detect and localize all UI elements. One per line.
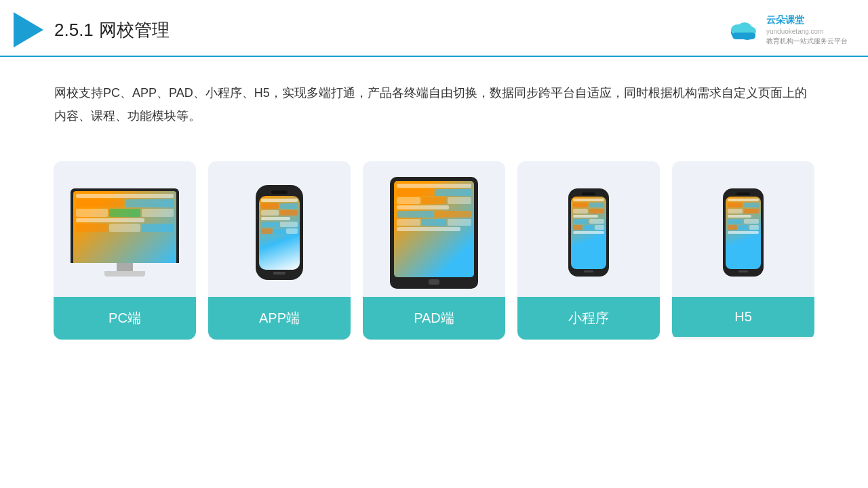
phone-mockup-h5 [723, 188, 764, 277]
card-pc-image [54, 161, 196, 297]
header-left: 2.5.1 网校管理 [14, 12, 170, 47]
card-h5-label: H5 [672, 297, 814, 337]
phone-mockup-miniprogram [568, 188, 609, 277]
cards-section: PC端 [0, 141, 868, 340]
pc-mockup [71, 188, 179, 277]
play-icon [14, 12, 43, 47]
card-pad-image [363, 161, 505, 297]
logo-tagline: 教育机构一站式服务云平台 [766, 37, 848, 46]
card-app: APP端 [208, 161, 351, 340]
card-h5: H5 [672, 161, 814, 340]
card-app-image [208, 161, 351, 297]
header: 2.5.1 网校管理 云朵课堂 yunduoketang.com 教育机构一站式… [0, 0, 868, 57]
card-app-label: APP端 [208, 297, 351, 340]
card-miniprogram: 小程序 [517, 161, 660, 340]
description-text: 网校支持PC、APP、PAD、小程序、H5，实现多端打通，产品各终端自由切换，数… [0, 57, 868, 141]
card-pad: PAD端 [363, 161, 505, 340]
logo-main-text: 云朵课堂 [766, 14, 848, 27]
card-h5-image [672, 161, 814, 297]
title-prefix: 2.5.1 [54, 20, 94, 40]
logo-domain: yunduoketang.com [766, 27, 848, 37]
title-main: 网校管理 [99, 20, 170, 40]
phone-mockup-app [256, 185, 303, 280]
card-pc: PC端 [54, 161, 196, 340]
card-miniprogram-label: 小程序 [517, 297, 660, 340]
card-pc-label: PC端 [54, 297, 196, 340]
card-miniprogram-image [517, 161, 660, 297]
svg-rect-5 [732, 33, 755, 39]
page-title: 2.5.1 网校管理 [54, 18, 170, 42]
card-pad-label: PAD端 [363, 297, 505, 340]
logo-area: 云朵课堂 yunduoketang.com 教育机构一站式服务云平台 [726, 14, 848, 46]
cloud-logo-icon [726, 18, 761, 42]
logo-text: 云朵课堂 yunduoketang.com 教育机构一站式服务云平台 [766, 14, 848, 46]
tablet-mockup [390, 177, 478, 289]
